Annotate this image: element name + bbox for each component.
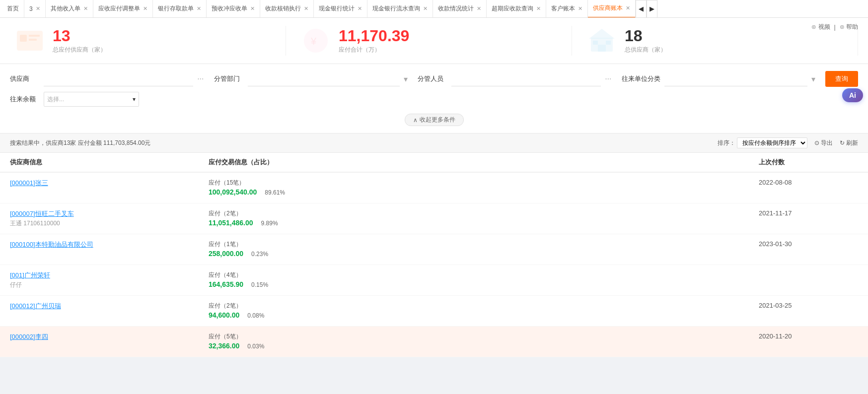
trans-row: 94,600.00 0.08% bbox=[209, 310, 759, 320]
nav-tab-collection-stat[interactable]: 收款情况统计 ✕ bbox=[433, 0, 487, 18]
supplier-link[interactable]: [000001]张三 bbox=[10, 179, 209, 188]
close-icon[interactable]: ✕ bbox=[477, 5, 481, 12]
trans-label: 应付（2笔） bbox=[209, 302, 759, 310]
table-row: [000007]恒旺二手叉车 王通 17106110000 应付（2笔） 11,… bbox=[0, 203, 868, 234]
trans-amount[interactable]: 164,635.90 bbox=[209, 280, 243, 288]
svg-rect-8 bbox=[598, 45, 606, 52]
trans-percent: 89.61% bbox=[265, 189, 285, 196]
collapse-row: ∧ 收起更多条件 bbox=[10, 112, 858, 128]
nav-tab-bank-deposit[interactable]: 银行存取款单 ✕ bbox=[153, 0, 207, 18]
query-button[interactable]: 查询 bbox=[825, 71, 858, 87]
category-filter-label: 往来单位分类 bbox=[622, 74, 660, 83]
nav-tab-cash-bank-stat-label: 现金银行统计 bbox=[319, 4, 355, 13]
supplier-link[interactable]: [000007]恒旺二手叉车 bbox=[10, 209, 209, 218]
close-icon[interactable]: ✕ bbox=[36, 5, 40, 12]
svg-rect-2 bbox=[29, 35, 40, 37]
stat-block-amount: ¥ 11,170.39 应付合计（万） bbox=[286, 26, 572, 56]
amount-icon: ¥ bbox=[301, 26, 331, 56]
nav-tab-cash-flow-label: 现金银行流水查询 bbox=[372, 4, 420, 13]
filter-category: 往来单位分类 ▾ bbox=[622, 71, 816, 86]
supplier-cell: [000007]恒旺二手叉车 王通 17106110000 bbox=[10, 209, 209, 228]
transaction-cell: 应付（4笔） 164,635.90 0.15% bbox=[209, 271, 759, 289]
supplier-link[interactable]: [000100]本特勤油品有限公司 bbox=[10, 240, 209, 249]
collapse-label: 收起更多条件 bbox=[420, 116, 455, 124]
help-link[interactable]: ⊙ 帮助 bbox=[840, 23, 858, 31]
close-icon[interactable]: ✕ bbox=[578, 5, 582, 12]
trans-amount[interactable]: 11,051,486.00 bbox=[209, 219, 253, 227]
stat-number-total: 18 bbox=[625, 28, 666, 44]
trans-amount[interactable]: 100,092,540.00 bbox=[209, 188, 257, 196]
close-icon[interactable]: ✕ bbox=[250, 5, 255, 12]
separator: | bbox=[834, 24, 836, 31]
svg-marker-7 bbox=[589, 29, 615, 39]
nav-tab-customer-ledger[interactable]: 客户账本 ✕ bbox=[546, 0, 588, 18]
trans-percent: 0.08% bbox=[247, 312, 264, 319]
export-icon: ⊙ bbox=[814, 139, 819, 146]
filter-row-1: 供应商 ··· 分管部门 ▾ 分管人员 ··· 往来单位分类 ▾ 查询 bbox=[10, 71, 858, 87]
nav-arrow-right[interactable]: ▶ bbox=[647, 0, 657, 18]
export-button[interactable]: ⊙ 导出 bbox=[814, 139, 833, 147]
stat-number-amount: 11,170.39 bbox=[339, 28, 409, 44]
close-icon[interactable]: ✕ bbox=[423, 5, 428, 12]
supplier-sub: 王通 17106110000 bbox=[10, 219, 209, 228]
nav-tab-overdue[interactable]: 超期应收款查询 ✕ bbox=[487, 0, 546, 18]
svg-rect-3 bbox=[29, 39, 37, 41]
refresh-button[interactable]: ↻ 刷新 bbox=[840, 139, 858, 147]
video-link[interactable]: ⊙ 视频 bbox=[811, 23, 830, 31]
close-icon[interactable]: ✕ bbox=[358, 5, 362, 12]
store-icon bbox=[587, 26, 617, 56]
supplier-link[interactable]: [000012]广州贝瑞 bbox=[10, 302, 209, 311]
category-dropdown-icon[interactable]: ▾ bbox=[811, 74, 815, 84]
trans-percent: 9.89% bbox=[261, 220, 278, 227]
nav-tab-supplier-ledger[interactable]: 供应商账本 ✕ bbox=[588, 0, 636, 18]
nav-tab-home[interactable]: 首页 bbox=[2, 0, 24, 18]
close-icon[interactable]: ✕ bbox=[143, 5, 147, 12]
nav-tab-customer-ledger-label: 客户账本 bbox=[551, 4, 575, 13]
close-icon[interactable]: ✕ bbox=[536, 5, 541, 12]
nav-tab-receipt[interactable]: 收款核销执行 ✕ bbox=[260, 0, 314, 18]
dept-dropdown-icon[interactable]: ▾ bbox=[404, 74, 408, 84]
supplier-dots-icon[interactable]: ··· bbox=[197, 74, 204, 83]
lastpay-cell: 2020-11-20 bbox=[759, 332, 858, 340]
stat-label-amount: 应付合计（万） bbox=[339, 46, 409, 54]
result-info: 搜索结果中，供应商13家 应付金额 111,703,854.00元 bbox=[10, 139, 150, 147]
nav-arrow-left[interactable]: ◀ bbox=[636, 0, 647, 18]
person-input[interactable] bbox=[451, 71, 601, 86]
last-pay-date: 2021-03-25 bbox=[759, 302, 792, 309]
trans-amount[interactable]: 258,000.00 bbox=[209, 250, 243, 258]
nav-tab-other-income-label: 其他收入单 bbox=[51, 4, 80, 13]
sort-select[interactable]: 按应付余额倒序排序 按应付余额升序排序 bbox=[737, 137, 807, 148]
trans-amount[interactable]: 32,366.00 bbox=[209, 342, 239, 350]
nav-tab-3[interactable]: 3 ✕ bbox=[24, 0, 46, 18]
supplier-icon bbox=[15, 26, 45, 56]
dept-input[interactable] bbox=[248, 71, 400, 86]
collapse-button[interactable]: ∧ 收起更多条件 bbox=[405, 114, 464, 126]
nav-tab-cash-bank-stat[interactable]: 现金银行统计 ✕ bbox=[314, 0, 367, 18]
supplier-filter-label: 供应商 bbox=[10, 74, 40, 83]
close-icon[interactable]: ✕ bbox=[626, 5, 630, 11]
last-pay-date: 2020-11-20 bbox=[759, 332, 792, 340]
supplier-link[interactable]: [001]广州荣轩 bbox=[10, 271, 209, 280]
nav-tab-other-income[interactable]: 其他收入单 ✕ bbox=[46, 0, 93, 18]
balance-select[interactable]: 选择... ▾ bbox=[44, 92, 139, 107]
nav-tab-advance[interactable]: 预收冲应收单 ✕ bbox=[207, 0, 260, 18]
category-input[interactable] bbox=[664, 71, 808, 86]
close-icon[interactable]: ✕ bbox=[304, 5, 308, 12]
trans-amount[interactable]: 94,600.00 bbox=[209, 311, 239, 319]
lastpay-cell: 2021-11-17 bbox=[759, 209, 858, 217]
last-pay-date: 2023-01-30 bbox=[759, 240, 792, 248]
supplier-input[interactable] bbox=[44, 71, 193, 86]
table-header: 供应商信息 应付交易信息（占比） 上次付数 bbox=[0, 153, 868, 173]
nav-tab-supplier-ledger-label: 供应商账本 bbox=[593, 4, 623, 12]
supplier-link[interactable]: [000002]李四 bbox=[10, 332, 209, 341]
person-dots-icon[interactable]: ··· bbox=[605, 74, 611, 83]
close-icon[interactable]: ✕ bbox=[83, 5, 88, 12]
nav-tab-cash-flow[interactable]: 现金银行流水查询 ✕ bbox=[367, 0, 433, 18]
ai-badge[interactable]: Ai bbox=[842, 88, 863, 102]
col-header-lastpay: 上次付数 bbox=[759, 158, 858, 167]
close-icon[interactable]: ✕ bbox=[197, 5, 201, 12]
stat-label-total: 总供应商（家） bbox=[625, 46, 666, 54]
filter-row-2: 往来余额 选择... ▾ bbox=[10, 92, 139, 107]
supplier-cell: [000100]本特勤油品有限公司 bbox=[10, 240, 209, 250]
nav-tab-adjustments[interactable]: 应收应付调整单 ✕ bbox=[93, 0, 153, 18]
